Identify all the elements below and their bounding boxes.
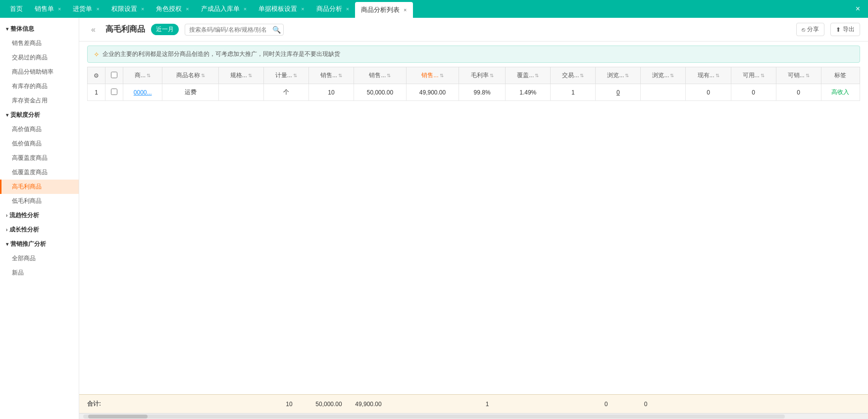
col-sellable[interactable]: 可销...⇅ [776, 67, 821, 84]
col-sales-amt1-label: 销售... [369, 71, 386, 80]
nav-label-role: 角色授权 [156, 0, 182, 18]
close-sales[interactable]: × [58, 0, 61, 18]
share-label: 分享 [807, 25, 819, 34]
sidebar-item-low-value[interactable]: 低价值商品 [0, 137, 79, 151]
nav-item-template[interactable]: 单据模板设置 × [253, 0, 310, 18]
col-settings[interactable]: ⚙ [88, 67, 105, 84]
col-sales-amt2[interactable]: 销售...⇅ [406, 67, 459, 84]
nav-label-analysis-list: 商品分析列表 [361, 2, 400, 18]
row-views1[interactable]: 0 [596, 84, 641, 101]
sidebar-item-low-margin[interactable]: 低毛利商品 [0, 194, 79, 208]
footer-sales-amt2: 49,900.00 [349, 401, 388, 408]
row-sales-qty: 10 [308, 84, 354, 101]
sidebar-item-in-stock[interactable]: 有库存的商品 [0, 79, 79, 93]
row-checkbox-input[interactable] [111, 89, 117, 95]
col-transactions-sort: ⇅ [580, 73, 584, 78]
close-analysis[interactable]: × [346, 0, 349, 18]
sidebar-item-low-coverage-label: 低覆盖度商品 [12, 169, 48, 176]
col-checkbox[interactable] [105, 67, 123, 84]
sidebar-item-distribution[interactable]: 商品分销助销率 [0, 65, 79, 79]
col-sellable-sort: ⇅ [806, 73, 810, 78]
col-views1-label: 浏览... [607, 71, 624, 80]
sidebar-item-high-value[interactable]: 高价值商品 [0, 122, 79, 137]
sidebar-group-overall[interactable]: ▾ 整体信息 [0, 22, 79, 36]
col-transactions[interactable]: 交易...⇅ [551, 67, 596, 84]
search-input[interactable] [185, 24, 284, 36]
col-spec[interactable]: 规格...⇅ [218, 67, 263, 84]
close-product[interactable]: × [244, 0, 247, 18]
nav-label-product: 产成品入库单 [201, 0, 240, 18]
sidebar-item-bad-sales[interactable]: 销售差商品 [0, 36, 79, 50]
col-coverage[interactable]: 覆盖...⇅ [506, 67, 551, 84]
sidebar-item-low-coverage[interactable]: 低覆盖度商品 [0, 165, 79, 180]
row-sales-amt2: 49,900.00 [406, 84, 459, 101]
sidebar-collapse-btn[interactable]: « [87, 25, 100, 34]
nav-item-permission[interactable]: 权限设置 × [105, 0, 150, 18]
col-gross-margin[interactable]: 毛利率⇅ [459, 67, 506, 84]
nav-item-role[interactable]: 角色授权 × [150, 0, 195, 18]
arrow-marketing: ▾ [6, 241, 8, 247]
col-coverage-label: 覆盖... [517, 71, 534, 80]
col-unit-label: 计量... [275, 71, 292, 80]
col-current[interactable]: 现有...⇅ [686, 67, 731, 84]
close-template[interactable]: × [301, 0, 304, 18]
col-sales-amt1[interactable]: 销售...⇅ [354, 67, 406, 84]
col-available-sort: ⇅ [761, 73, 765, 78]
nav-item-analysis[interactable]: 商品分析 × [310, 0, 355, 18]
col-unit[interactable]: 计量...⇅ [263, 67, 308, 84]
close-permission[interactable]: × [141, 0, 144, 18]
export-label: 导出 [843, 25, 855, 34]
scrollbar-thumb[interactable] [88, 415, 148, 419]
sidebar-item-all-products-label: 全部商品 [12, 255, 36, 262]
share-button[interactable]: ⎋ 分享 [796, 23, 824, 36]
sidebar-group-contribution[interactable]: ▾ 贡献度分析 [0, 108, 79, 122]
sidebar-item-new-products[interactable]: 新品 [0, 266, 79, 280]
nav-item-home[interactable]: 首页 [4, 0, 29, 18]
search-button[interactable]: 🔍 [272, 26, 281, 34]
sidebar-group-trend[interactable]: › 流趋性分析 [0, 208, 79, 223]
export-button[interactable]: ⬆ 导出 [830, 23, 860, 36]
nav-item-purchase[interactable]: 进货单 × [67, 0, 105, 18]
sidebar-item-all-products[interactable]: 全部商品 [0, 251, 79, 266]
col-sales-amt1-sort: ⇅ [387, 73, 391, 78]
sidebar-group-contribution-label: 贡献度分析 [10, 111, 40, 119]
row-code[interactable]: 0000... [123, 84, 162, 101]
col-spec-label: 规格... [230, 71, 247, 80]
close-all-btn[interactable]: × [852, 4, 864, 13]
arrow-contribution: ▾ [6, 112, 8, 118]
nav-item-analysis-list[interactable]: 商品分析列表 × [355, 2, 412, 18]
nav-label-analysis: 商品分析 [316, 0, 342, 18]
footer-transactions: 1 [467, 401, 507, 408]
search-wrapper: 🔍 [185, 24, 284, 36]
close-purchase[interactable]: × [96, 0, 99, 18]
sidebar-group-growth[interactable]: › 成长性分析 [0, 223, 79, 237]
scrollbar-track[interactable] [83, 415, 785, 419]
col-tag-label: 标签 [834, 72, 846, 79]
row-checkbox[interactable] [105, 84, 123, 101]
sidebar-item-high-margin[interactable]: 高毛利商品 [0, 180, 79, 194]
sidebar-group-marketing[interactable]: ▾ 营销推广分析 [0, 237, 79, 251]
close-role[interactable]: × [186, 0, 189, 18]
footer-sales-amt1: 50,000.00 [309, 401, 349, 408]
sidebar-item-stock-capital[interactable]: 库存资金占用 [0, 93, 79, 108]
col-coverage-sort: ⇅ [535, 73, 539, 78]
nav-item-sales[interactable]: 销售单 × [29, 0, 67, 18]
col-views1[interactable]: 浏览...⇅ [596, 67, 641, 84]
sidebar-item-traded-label: 交易过的商品 [12, 54, 48, 61]
period-button[interactable]: 近一月 [151, 24, 179, 35]
sidebar-item-traded[interactable]: 交易过的商品 [0, 50, 79, 65]
nav-label-home: 首页 [10, 0, 23, 18]
col-available[interactable]: 可用...⇅ [731, 67, 776, 84]
select-all-checkbox[interactable] [111, 72, 117, 78]
col-sales-qty[interactable]: 销售...⇅ [308, 67, 354, 84]
top-nav: 首页 销售单 × 进货单 × 权限设置 × 角色授权 × 产成品入库单 × 单据… [0, 0, 868, 18]
sidebar-group-overall-label: 整体信息 [10, 25, 34, 33]
close-analysis-list[interactable]: × [404, 2, 407, 18]
col-name[interactable]: 商品名称⇅ [162, 67, 218, 84]
sidebar-item-high-coverage[interactable]: 高覆盖度商品 [0, 151, 79, 165]
nav-item-product[interactable]: 产成品入库单 × [195, 0, 253, 18]
col-views2[interactable]: 浏览...⇅ [641, 67, 686, 84]
share-icon: ⎋ [802, 26, 805, 33]
col-unit-sort: ⇅ [293, 73, 297, 78]
col-code[interactable]: 商...⇅ [123, 67, 162, 84]
